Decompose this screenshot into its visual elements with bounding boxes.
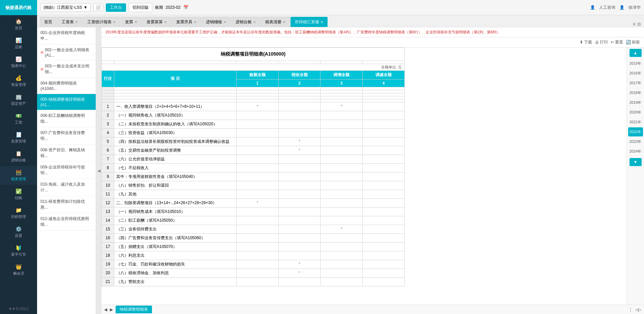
cell-item-9[interactable]: （四）按权益法核算长期股权投资对初始投资成本调整确认收益 xyxy=(114,137,237,146)
tab-9[interactable]: 所得税汇算缴 ✕ xyxy=(290,17,328,27)
cell-5-0[interactable]: * xyxy=(236,102,278,111)
workdesk-btn[interactable]: 工作台 xyxy=(106,3,126,12)
cell-item-24[interactable]: （八）税收滞纳金、加收利息 xyxy=(114,269,237,277)
left-nav-item-6[interactable]: 007-广告费和业务宣传费明... xyxy=(37,127,96,145)
cell-9-1[interactable]: * xyxy=(278,137,320,146)
cell-17-2[interactable] xyxy=(320,207,363,216)
cell-22-2[interactable] xyxy=(320,251,363,260)
left-nav-item-3[interactable]: 004-期间费用明细表(A1040... xyxy=(37,78,96,94)
cell-13-2[interactable] xyxy=(320,172,363,181)
left-nav-item-8[interactable]: 009-企业所得税弥补亏损明... xyxy=(37,162,96,179)
cell-12-0[interactable] xyxy=(236,163,278,172)
cell-25-0[interactable] xyxy=(236,277,278,286)
print-btn[interactable]: 🖨 打印 xyxy=(595,39,608,45)
cell-23-0[interactable] xyxy=(236,260,278,269)
cell-6-1[interactable] xyxy=(278,111,320,120)
cell-11-0[interactable] xyxy=(236,155,278,163)
cell-17-0[interactable] xyxy=(236,207,278,216)
cell-13-3[interactable] xyxy=(363,172,405,181)
cell-17-3[interactable] xyxy=(363,207,405,216)
cell-10-3[interactable] xyxy=(363,146,405,155)
sidebar-item-assets[interactable]: 🏢固定资产 xyxy=(0,91,37,109)
cell-item-25[interactable]: （九）赞助支出 xyxy=(114,277,237,286)
cell-item-8[interactable]: （三）投资收益（填写A105030） xyxy=(114,128,237,137)
cell-0-2[interactable] xyxy=(320,87,363,90)
cell-6-3[interactable] xyxy=(363,111,405,120)
left-nav-item-7[interactable]: 008-资产折旧、摊销及纳税... xyxy=(37,145,96,162)
tab-close-9[interactable]: ✕ xyxy=(320,20,323,24)
sidebar-item-member[interactable]: 👑畅会员 xyxy=(0,260,37,279)
cell-22-3[interactable] xyxy=(363,251,405,260)
sidebar-item-archive[interactable]: 📁归档管理 xyxy=(0,204,37,223)
tab-close-5[interactable]: ✕ xyxy=(194,20,196,24)
sidebar-item-report[interactable]: 📈报表中心 xyxy=(0,53,37,72)
cell-23-3[interactable] xyxy=(363,260,405,269)
cell-11-3[interactable] xyxy=(363,155,405,163)
tab-close-6[interactable]: ✕ xyxy=(223,20,226,24)
cell-11-1[interactable] xyxy=(278,155,320,163)
cell-item-14[interactable]: （八）销售折扣、折让和退回 xyxy=(114,181,237,190)
cell-14-2[interactable] xyxy=(320,181,363,190)
cell-9-2[interactable] xyxy=(320,137,363,146)
cell-item-5[interactable]: 一、收入类调整项目（2+3+4+5+6+7+8+10+11） xyxy=(114,102,237,111)
cell-item-23[interactable]: （七）罚金、罚款和被没收财物的损失 xyxy=(114,260,237,269)
year-item-0[interactable]: 2015年 xyxy=(628,59,643,68)
cell-16-3[interactable] xyxy=(363,198,405,207)
service-label[interactable]: 人工咨询 xyxy=(599,5,615,10)
settings-icon[interactable]: ⚙ xyxy=(637,22,641,27)
cell-9-0[interactable] xyxy=(236,137,278,146)
cell-25-2[interactable] xyxy=(320,277,363,286)
reset-btn[interactable]: ↩ 重置 xyxy=(611,39,623,45)
tab-1[interactable]: 工资表 ✕ xyxy=(57,17,82,27)
sidebar-item-tax[interactable]: 🧮税务管理 xyxy=(0,166,37,185)
cell-item-16[interactable]: 二、扣除类调整项目（13+14+...24+26+27+28+29+30） xyxy=(114,198,237,207)
cell-20-3[interactable] xyxy=(363,233,405,242)
cell-10-1[interactable]: * xyxy=(278,146,320,155)
old-version-btn[interactable]: 切到旧版 xyxy=(129,3,152,12)
cell-1-1[interactable] xyxy=(278,90,320,93)
cell-19-3[interactable] xyxy=(363,225,405,233)
sidebar-item-home[interactable]: 🏠首页 xyxy=(0,15,37,34)
sidebar-item-settings[interactable]: ⚙️设置 xyxy=(0,223,37,242)
cell-1-0[interactable] xyxy=(236,90,278,93)
year-item-5[interactable]: 2020年 xyxy=(628,108,643,117)
cell-0-3[interactable] xyxy=(363,87,405,90)
year-item-1[interactable]: 2016年 xyxy=(628,69,643,78)
cell-item-13[interactable]: 其中：专项用途财政性资金（填写A105040） xyxy=(114,172,237,181)
sidebar-item-guide[interactable]: 🔰新手引导 xyxy=(0,242,37,260)
tab-4[interactable]: 发票算算 ✕ xyxy=(142,17,171,27)
cell-23-1[interactable]: * xyxy=(278,260,320,269)
cell-4-2[interactable] xyxy=(320,99,363,102)
cell-8-1[interactable] xyxy=(278,128,320,137)
cell-4-0[interactable] xyxy=(236,99,278,102)
tab-5[interactable]: 发票开具 ✕ xyxy=(172,17,201,27)
cell-item-2[interactable] xyxy=(114,93,237,96)
spreadsheet-container[interactable]: 纳税调整项目明细表(A105000)全额单位: 元行次项 目账载全额税收全额调增… xyxy=(101,48,626,305)
refresh-btn[interactable]: 🔄 刷新 xyxy=(626,39,640,45)
cell-2-3[interactable] xyxy=(363,93,405,96)
cell-3-0[interactable] xyxy=(236,96,278,99)
cell-20-2[interactable] xyxy=(320,233,363,242)
cell-11-2[interactable] xyxy=(320,155,363,163)
cell-21-0[interactable] xyxy=(236,242,278,251)
cell-9-3[interactable] xyxy=(363,137,405,146)
cell-3-1[interactable] xyxy=(278,96,320,99)
cell-18-0[interactable] xyxy=(236,216,278,225)
cell-17-1[interactable] xyxy=(278,207,320,216)
cell-18-1[interactable] xyxy=(278,216,320,225)
cell-item-7[interactable]: （二）未按权责发生制原则确认的收入（填写A105020） xyxy=(114,120,237,128)
scroll-right-btn[interactable]: ▶ xyxy=(110,307,113,312)
tab-2[interactable]: 工资统计报表 ✕ xyxy=(83,17,120,27)
tab-close-8[interactable]: ✕ xyxy=(283,20,285,24)
cell-24-3[interactable] xyxy=(363,269,405,277)
left-nav-item-2[interactable]: ⊗003-一般企业成本支出明细... xyxy=(37,61,96,78)
year-up-btn[interactable]: ▲ xyxy=(630,49,642,57)
cell-item-22[interactable]: （六）利息支出 xyxy=(114,251,237,260)
cell-12-3[interactable] xyxy=(363,163,405,172)
calendar-icon[interactable]: 📅 xyxy=(183,5,188,10)
sidebar-item-ledger[interactable]: 📋进销台账 xyxy=(0,147,37,166)
cell-item-15[interactable]: （九）其他 xyxy=(114,190,237,198)
left-nav-item-11[interactable]: 012-减免企业所得税优惠明细... xyxy=(37,213,96,230)
close-all-tabs-btn[interactable]: ✕ xyxy=(632,22,636,27)
left-nav-item-9[interactable]: 010-免税、减计收入及加计... xyxy=(37,179,96,196)
